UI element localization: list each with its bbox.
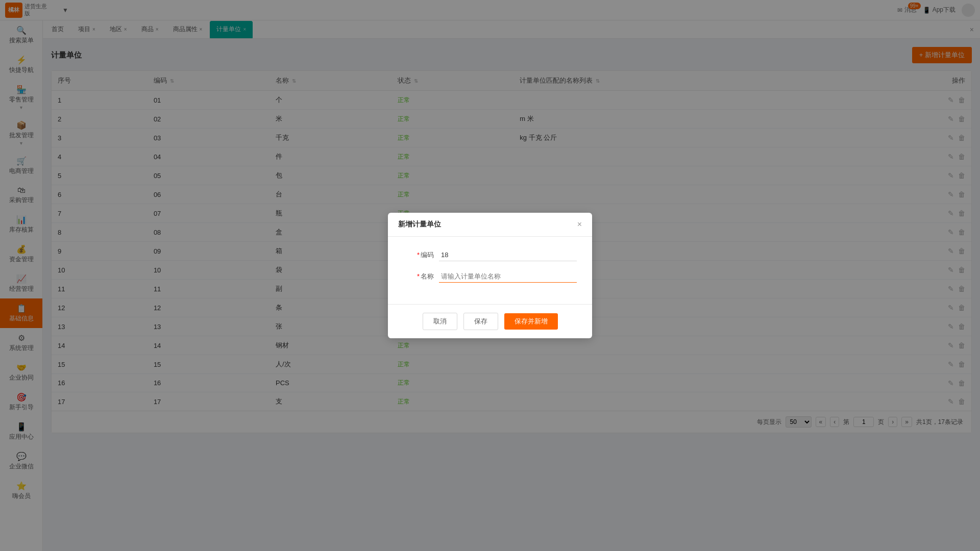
name-required-mark: * [417,272,420,280]
name-form-row: *名称 [403,270,577,283]
modal-body: *编码 *名称 [388,237,592,304]
name-input[interactable] [439,270,577,283]
name-label: *名称 [403,272,434,281]
add-unit-modal: 新增计量单位 × *编码 *名称 取消 保存 保存并新增 [388,213,592,338]
save-and-new-button[interactable]: 保存并新增 [504,313,558,330]
modal-close-button[interactable]: × [577,220,582,229]
code-input[interactable] [439,249,577,261]
modal-header: 新增计量单位 × [388,213,592,237]
modal-overlay[interactable]: 新增计量单位 × *编码 *名称 取消 保存 保存并新增 [0,0,980,551]
save-button[interactable]: 保存 [463,313,498,330]
modal-footer: 取消 保存 保存并新增 [388,304,592,338]
modal-title: 新增计量单位 [398,220,441,229]
code-label: *编码 [403,251,434,260]
code-form-row: *编码 [403,249,577,261]
code-required-mark: * [417,251,420,259]
cancel-button[interactable]: 取消 [423,313,457,330]
